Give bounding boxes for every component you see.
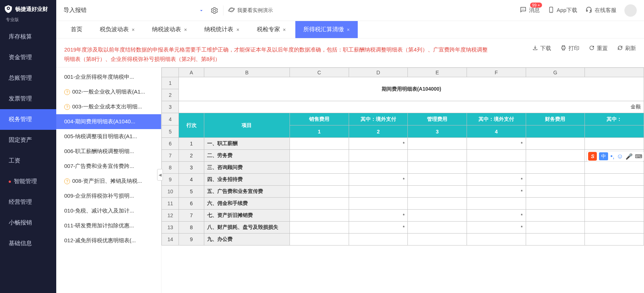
header-cell[interactable]: 6 <box>162 138 179 150</box>
cell[interactable] <box>526 150 585 162</box>
header-cell[interactable]: 13 <box>162 222 179 234</box>
sidebar-item[interactable]: 固定资产 <box>0 130 56 150</box>
cell[interactable] <box>408 162 467 174</box>
cell[interactable]: * <box>349 138 408 150</box>
cell[interactable]: 7 <box>179 210 204 222</box>
cell[interactable]: 3 <box>179 162 204 174</box>
sidebar-item[interactable]: 税务管理 <box>0 109 56 130</box>
cell[interactable] <box>290 234 349 245</box>
cell[interactable] <box>467 150 526 162</box>
header-cell[interactable]: 8 <box>162 162 179 174</box>
cell[interactable]: 财务费用 <box>526 113 585 125</box>
cell[interactable]: 管理费用 <box>408 113 467 125</box>
messages-button[interactable]: 消息 99 + <box>520 6 540 15</box>
cell[interactable]: 九、办公费 <box>204 234 290 245</box>
cell[interactable]: * <box>349 174 408 186</box>
cell[interactable]: 4 <box>467 125 526 138</box>
header-cell[interactable]: D <box>349 68 408 77</box>
report-list-item[interactable]: 012-减免所得税优惠明细表(... <box>56 233 161 248</box>
cell[interactable]: 3 <box>408 125 467 138</box>
cell[interactable] <box>585 222 644 234</box>
demo-link[interactable]: 我要看实例演示 <box>228 6 273 15</box>
cell[interactable] <box>585 210 644 222</box>
gear-icon[interactable] <box>210 6 219 15</box>
header-cell[interactable]: 10 <box>162 186 179 198</box>
report-list-item[interactable]: 001-企业所得税年度纳税申... <box>56 70 161 84</box>
app-download-button[interactable]: App下载 <box>548 7 577 14</box>
cell[interactable] <box>526 234 585 245</box>
header-cell[interactable]: 14 <box>162 234 179 245</box>
close-icon[interactable]: × <box>283 27 286 33</box>
avatar[interactable] <box>624 4 637 17</box>
ime-keyboard-icon[interactable]: ⌨ <box>635 153 642 159</box>
reset-button[interactable]: 重置 <box>589 45 608 52</box>
header-cell[interactable]: A <box>179 68 204 77</box>
cell[interactable] <box>290 174 349 186</box>
sidebar-item[interactable]: 库存核算 <box>0 26 56 47</box>
header-cell[interactable]: 3 <box>162 101 179 113</box>
cell[interactable]: 销售费用 <box>290 113 349 125</box>
sidebar-item[interactable]: 总账管理 <box>0 68 56 88</box>
report-list-item[interactable]: 004-期间费用明细表(A1040... <box>56 114 161 129</box>
cell[interactable] <box>526 174 585 186</box>
cell[interactable] <box>526 162 585 174</box>
cell[interactable]: * <box>467 174 526 186</box>
print-button[interactable]: 打印 <box>561 45 579 52</box>
sidebar-item[interactable]: 智能管理 <box>0 171 56 192</box>
cell[interactable] <box>585 125 644 138</box>
sidebar-item[interactable]: 经营管理 <box>0 192 56 212</box>
cell[interactable]: * <box>349 210 408 222</box>
cell[interactable]: 其中： <box>585 113 644 125</box>
cell[interactable]: 行次 <box>179 113 204 138</box>
cell[interactable] <box>408 138 467 150</box>
cell[interactable]: 三、咨询顾问费 <box>204 162 290 174</box>
cell[interactable] <box>349 162 408 174</box>
header-cell[interactable]: 9 <box>162 174 179 186</box>
report-list-item[interactable]: 009-企业所得税弥补亏损明... <box>56 189 161 203</box>
report-list-item[interactable]: ?008-资产折旧、摊销及纳税... <box>56 174 161 189</box>
sidebar-item[interactable]: 工资 <box>0 150 56 171</box>
cell[interactable]: 6 <box>179 198 204 210</box>
ime-punctuation-icon[interactable]: •, <box>610 153 614 160</box>
cell[interactable] <box>526 210 585 222</box>
cell[interactable] <box>526 138 585 150</box>
cell[interactable]: 项目 <box>204 113 290 138</box>
tab[interactable]: 税检专家× <box>249 21 294 38</box>
cell[interactable] <box>526 198 585 210</box>
report-list-item[interactable]: ?002-一般企业收入明细表(A1... <box>56 84 161 99</box>
cell[interactable]: * <box>467 210 526 222</box>
download-button[interactable]: 下载 <box>532 45 551 52</box>
tab[interactable]: 所得税汇算清缴× <box>295 21 358 38</box>
cell[interactable]: 1 <box>290 125 349 138</box>
header-cell[interactable]: E <box>408 68 467 77</box>
ime-toolbar[interactable]: S 中 •, ☺ 🎤 ⌨ <box>586 151 644 162</box>
cell[interactable]: * <box>349 222 408 234</box>
cell[interactable]: * <box>467 186 526 198</box>
cell[interactable] <box>526 125 585 138</box>
close-icon[interactable]: × <box>347 27 350 33</box>
close-icon[interactable]: × <box>236 27 239 33</box>
cell[interactable]: 期间费用明细表(A104000) <box>179 77 644 101</box>
cell[interactable]: * <box>467 138 526 150</box>
header-cell[interactable]: 12 <box>162 210 179 222</box>
online-service-button[interactable]: 在线客服 <box>585 6 616 15</box>
cell[interactable] <box>408 234 467 245</box>
sidebar-item[interactable]: 小畅报销 <box>0 212 56 233</box>
cell[interactable]: 4 <box>179 174 204 186</box>
report-list-item[interactable]: 011-研发费用加计扣除优惠... <box>56 218 161 233</box>
sidebar-item[interactable]: 资金管理 <box>0 47 56 68</box>
cell[interactable] <box>408 210 467 222</box>
header-cell[interactable]: 4 <box>162 113 179 125</box>
cell[interactable] <box>585 162 644 174</box>
report-list-item[interactable]: 006-职工薪酬纳税调整明细... <box>56 144 161 159</box>
report-list-item[interactable]: 005-纳税调整项目明细表(A1... <box>56 129 161 144</box>
cell[interactable]: 七、资产折旧摊销费 <box>204 210 290 222</box>
header-cell[interactable] <box>585 68 644 77</box>
cell[interactable]: * <box>467 222 526 234</box>
sidebar-item[interactable]: 基础信息 <box>0 233 56 254</box>
cell[interactable]: 五、广告费和业务宣传费 <box>204 186 290 198</box>
cell[interactable] <box>349 234 408 245</box>
close-icon[interactable]: × <box>132 27 135 33</box>
cell[interactable]: 其中：境外支付 <box>467 113 526 125</box>
cell[interactable] <box>290 210 349 222</box>
